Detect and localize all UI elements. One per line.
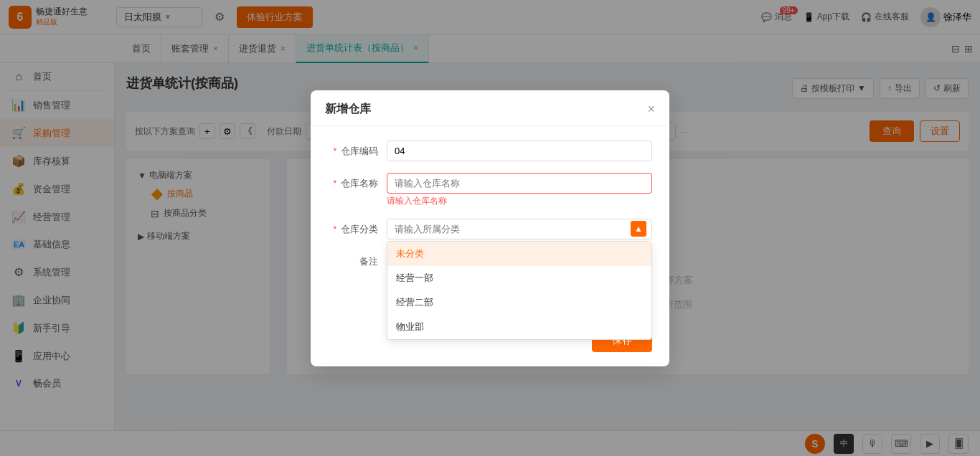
code-label: * 仓库编码: [328, 141, 378, 158]
code-label-text: 仓库编码: [341, 146, 378, 156]
dropdown-item-dept1[interactable]: 经营一部: [387, 266, 651, 290]
name-input-wrap: 请输入仓库名称: [387, 173, 652, 207]
name-label: * 仓库名称: [328, 173, 378, 190]
new-warehouse-modal: 新增仓库 × * 仓库编码 * 仓库名称: [311, 90, 669, 366]
dropdown-item-uncategorized[interactable]: 未分类: [387, 242, 651, 266]
category-input[interactable]: [387, 219, 652, 239]
name-input[interactable]: [387, 173, 652, 194]
name-field-row: * 仓库名称 请输入仓库名称: [328, 173, 652, 207]
name-required: *: [333, 178, 336, 189]
cat-required: *: [333, 224, 336, 234]
category-field-row: * 仓库分类 ▲ 未分类 经营一部 经营二部 物业部: [328, 219, 652, 239]
code-input[interactable]: [387, 141, 652, 161]
dropdown-item-dept3[interactable]: 物业部: [387, 315, 651, 339]
modal-close-button[interactable]: ×: [647, 103, 655, 115]
remark-label: 备注: [328, 251, 378, 268]
category-label: * 仓库分类: [328, 219, 378, 236]
modal-overlay: 新增仓库 × * 仓库编码 * 仓库名称: [0, 0, 980, 456]
modal-header: 新增仓库 ×: [311, 90, 669, 126]
dropdown-item-dept2[interactable]: 经营二部: [387, 290, 651, 315]
code-required: *: [333, 146, 336, 156]
category-dropdown-arrow[interactable]: ▲: [631, 221, 646, 237]
remark-label-text: 备注: [359, 256, 378, 267]
code-input-wrap: [387, 141, 652, 161]
name-error-tip: 请输入仓库名称: [387, 195, 652, 207]
modal-title: 新增仓库: [325, 102, 371, 117]
name-label-text: 仓库名称: [341, 178, 378, 189]
category-dropdown: 未分类 经营一部 经营二部 物业部: [387, 241, 652, 340]
category-input-wrap: ▲ 未分类 经营一部 经营二部 物业部: [387, 219, 652, 239]
modal-body: * 仓库编码 * 仓库名称 请输入仓库名称: [311, 126, 669, 322]
code-field-row: * 仓库编码: [328, 141, 652, 161]
category-label-text: 仓库分类: [341, 224, 378, 234]
